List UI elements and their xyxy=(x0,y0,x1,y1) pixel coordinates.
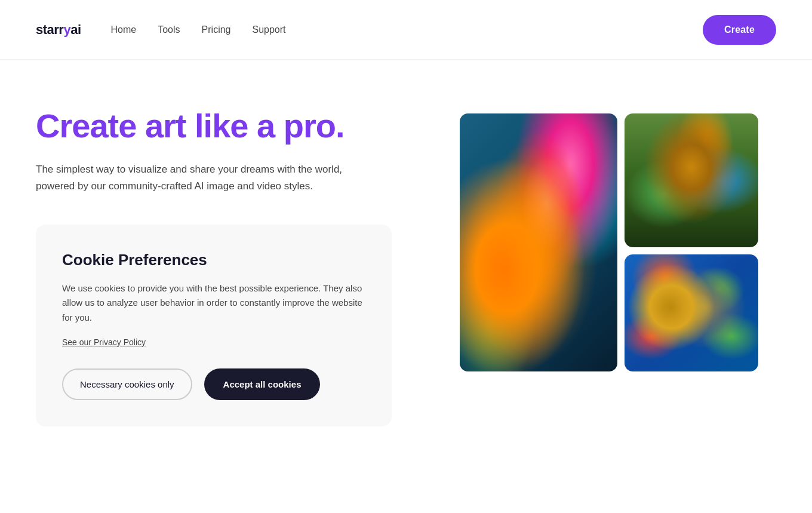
nav-item-tools[interactable]: Tools xyxy=(158,24,180,35)
cookie-modal-title: Cookie Preferences xyxy=(62,251,365,269)
logo[interactable]: starryai xyxy=(36,22,81,38)
cookie-buttons: Necessary cookies only Accept all cookie… xyxy=(62,368,365,400)
cookie-modal-description: We use cookies to provide you with the b… xyxy=(62,281,365,325)
clock-art xyxy=(625,254,758,371)
create-button[interactable]: Create xyxy=(703,15,776,45)
bird-image xyxy=(625,113,758,247)
logo-text: starryai xyxy=(36,22,81,38)
bird-art xyxy=(625,113,758,247)
main-nav: Home Tools Pricing Support xyxy=(111,24,286,35)
accept-all-cookies-button[interactable]: Accept all cookies xyxy=(204,368,321,400)
tiger-image xyxy=(460,113,617,371)
right-section xyxy=(442,107,776,371)
nav-item-support[interactable]: Support xyxy=(252,24,285,35)
necessary-cookies-button[interactable]: Necessary cookies only xyxy=(62,368,192,400)
cookie-modal: Cookie Preferences We use cookies to pro… xyxy=(36,225,392,426)
header-left: starryai Home Tools Pricing Support xyxy=(36,22,286,38)
nav-item-home[interactable]: Home xyxy=(111,24,137,35)
main-content: Create art like a pro. The simplest way … xyxy=(0,60,812,462)
hero-subtitle: The simplest way to visualize and share … xyxy=(36,161,370,195)
left-section: Create art like a pro. The simplest way … xyxy=(36,107,406,426)
image-grid xyxy=(460,113,758,371)
privacy-policy-link[interactable]: See our Privacy Policy xyxy=(62,337,365,347)
clock-image xyxy=(625,254,758,371)
hero-title: Create art like a pro. xyxy=(36,107,406,145)
nav-item-pricing[interactable]: Pricing xyxy=(202,24,231,35)
header: starryai Home Tools Pricing Support Crea… xyxy=(0,0,812,60)
tiger-art xyxy=(460,113,617,371)
